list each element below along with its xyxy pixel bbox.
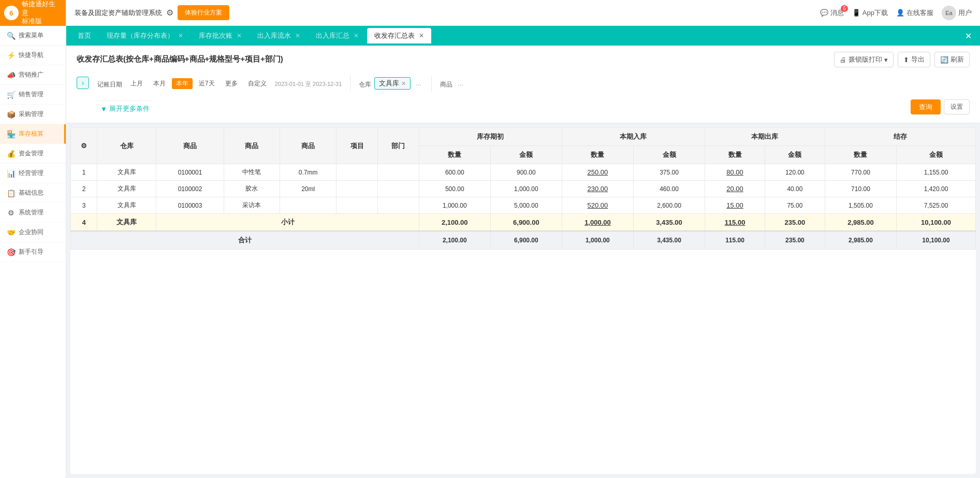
warehouse-tag-close-icon[interactable]: ✕ xyxy=(401,80,406,87)
sidebar-item-system[interactable]: ⚙ 系统管理 xyxy=(0,203,66,223)
sidebar-item-inventory[interactable]: 🏪 库存核算 xyxy=(0,124,66,144)
sidebar-item-basic[interactable]: 📋 基础信息 xyxy=(0,183,66,203)
online-service-button[interactable]: 👤 在线客服 xyxy=(896,8,933,18)
subtotal-in-qty[interactable]: 1,000.00 xyxy=(562,214,633,231)
tab-stock-summary-close[interactable]: ✕ xyxy=(354,32,359,39)
tab-bar-close-btn[interactable]: ✕ xyxy=(961,31,976,41)
sidebar-item-purchase[interactable]: 📦 采购管理 xyxy=(0,105,66,124)
warehouse-tag[interactable]: 文具库 ✕ xyxy=(374,77,411,90)
row-out-qty[interactable]: 20.00 xyxy=(705,181,765,197)
table-row: 1 文具库 0100001 中性笔 0.7mm 600.00 900.00 25… xyxy=(71,164,976,181)
row-in-qty[interactable]: 250.00 xyxy=(562,164,633,181)
row-closing-qty: 710.00 xyxy=(825,181,896,197)
export-button[interactable]: ⬆ 导出 xyxy=(898,52,930,67)
total-in-qty: 1,000.00 xyxy=(562,231,633,250)
query-button[interactable]: 查询 xyxy=(911,99,941,114)
row-project xyxy=(337,181,378,197)
date-options: 上月 本月 本年 近7天 更多 自定义 xyxy=(126,78,271,89)
row-out-amt: 120.00 xyxy=(765,164,825,181)
row-in-qty[interactable]: 230.00 xyxy=(562,181,633,197)
basic-icon: 📋 xyxy=(6,189,16,197)
expand-label: 展开更多条件 xyxy=(109,104,150,113)
tab-stock-flow-close[interactable]: ✕ xyxy=(295,32,300,39)
tab-batch-ledger-close[interactable]: ✕ xyxy=(237,32,242,39)
filter-section: 记账日期 上月 本月 本年 近7天 更多 自定义 2023-01-01 至 20… xyxy=(97,76,970,117)
tab-home[interactable]: 首页 xyxy=(70,28,98,44)
col-opening-amt-header: 金额 xyxy=(490,146,562,164)
date-option-this-year[interactable]: 本年 xyxy=(172,78,193,89)
settings-gear-icon[interactable]: ⚙ xyxy=(166,8,173,18)
sidebar-item-quick-nav[interactable]: ⚡ 快捷导航 xyxy=(0,46,66,65)
row-product-code: 0100001 xyxy=(156,164,224,181)
tab-stock-dist[interactable]: 现存量（库存分布表） ✕ xyxy=(99,28,191,44)
product-more-btn[interactable]: ... xyxy=(456,79,465,88)
col-settings-header[interactable]: ⚙ xyxy=(71,128,97,164)
row-in-qty[interactable]: 520.00 xyxy=(562,197,633,214)
row-out-qty[interactable]: 80.00 xyxy=(705,164,765,181)
product-label: 商品 xyxy=(440,80,452,89)
table-settings-icon[interactable]: ⚙ xyxy=(81,142,87,150)
tab-recv-send-label: 收发存汇总表 xyxy=(374,31,415,40)
sidebar-item-guide[interactable]: 🎯 新手引导 xyxy=(0,242,66,262)
row-closing-qty: 1,505.00 xyxy=(825,197,896,214)
purchase-icon: 📦 xyxy=(6,110,16,119)
sidebar-item-enterprise[interactable]: 🤝 企业协同 xyxy=(0,223,66,242)
date-option-this-month[interactable]: 本月 xyxy=(149,78,170,89)
tab-batch-ledger[interactable]: 库存批次账 ✕ xyxy=(192,28,249,44)
tab-stock-flow[interactable]: 出入库流水 ✕ xyxy=(250,28,308,44)
tab-home-label: 首页 xyxy=(78,31,91,40)
row-product-name: 胶水 xyxy=(224,181,280,197)
date-option-more[interactable]: 更多 xyxy=(221,78,242,89)
message-badge: 6 xyxy=(841,5,848,12)
app-download-button[interactable]: 📱 App下载 xyxy=(852,8,888,18)
subtotal-opening-amt: 6,900.00 xyxy=(490,214,562,231)
sidebar-item-search[interactable]: 🔍 搜索菜单 xyxy=(0,26,66,46)
row-out-qty[interactable]: 15.00 xyxy=(705,197,765,214)
settings-button[interactable]: 设置 xyxy=(944,99,970,114)
sidebar-item-sales[interactable]: 🛒 销售管理 xyxy=(0,85,66,105)
col-in-qty-header: 数量 xyxy=(562,146,633,164)
date-option-7days[interactable]: 近7天 xyxy=(195,78,219,89)
row-project xyxy=(337,164,378,181)
subtotal-out-qty[interactable]: 115.00 xyxy=(705,214,765,231)
col-out-group-header: 本期出库 xyxy=(705,128,825,146)
subtotal-out-amt: 235.00 xyxy=(765,214,825,231)
trial-button[interactable]: 体验行业方案 xyxy=(178,5,229,20)
message-button[interactable]: 💬 消息 6 xyxy=(820,8,844,18)
top-header: 装备及固定资产辅助管理系统 ⚙ 体验行业方案 💬 消息 6 📱 App下载 👤 … xyxy=(66,0,980,26)
row-department xyxy=(378,164,419,181)
expand-conditions-btn[interactable]: ▼ 展开更多条件 xyxy=(97,100,153,117)
date-option-last-month[interactable]: 上月 xyxy=(126,78,147,89)
online-service-label: 在线客服 xyxy=(906,8,933,18)
filter-toggle-button[interactable]: › xyxy=(77,77,89,89)
row-product-code: 0100002 xyxy=(156,181,224,197)
warehouse-tag-value: 文具库 xyxy=(379,79,399,88)
quick-nav-icon: ⚡ xyxy=(6,51,16,60)
sidebar-item-label: 营销推广 xyxy=(19,70,43,79)
tab-bar: 首页 现存量（库存分布表） ✕ 库存批次账 ✕ 出入库流水 ✕ 出入库汇总 ✕ … xyxy=(66,26,980,46)
app-icon: 📱 xyxy=(852,9,860,17)
sidebar-item-label: 新手引导 xyxy=(19,248,43,256)
sidebar-item-marketing[interactable]: 📣 营销推广 xyxy=(0,65,66,85)
tab-stock-dist-close[interactable]: ✕ xyxy=(178,32,183,39)
warehouse-more-btn[interactable]: ... xyxy=(414,79,423,88)
print-icon: 🖨 xyxy=(840,56,846,64)
sidebar-item-business[interactable]: 📊 经营管理 xyxy=(0,164,66,183)
marketing-icon: 📣 xyxy=(6,71,16,79)
sidebar-item-label: 资金管理 xyxy=(19,149,43,158)
print-button[interactable]: 🖨 拨锁版打印 ▾ xyxy=(834,52,894,67)
tab-stock-summary[interactable]: 出入库汇总 ✕ xyxy=(309,28,366,44)
user-menu[interactable]: Ea 用户 xyxy=(942,6,972,20)
refresh-button[interactable]: 🔄 刷新 xyxy=(934,52,970,67)
col-closing-qty-header: 数量 xyxy=(825,146,896,164)
subtotal-closing-amt: 10,100.00 xyxy=(897,214,976,231)
table-row: 3 文具库 0100003 采访本 1,000.00 5,000.00 520.… xyxy=(71,197,976,214)
date-option-custom[interactable]: 自定义 xyxy=(244,78,271,89)
sidebar-item-label: 企业协同 xyxy=(19,228,43,237)
sidebar-item-label: 基础信息 xyxy=(19,189,43,197)
sidebar-item-finance[interactable]: 💰 资金管理 xyxy=(0,144,66,164)
tab-recv-send-close[interactable]: ✕ xyxy=(419,32,424,39)
table-footer: 合计 2,100.00 6,900.00 1,000.00 3,435.00 1… xyxy=(71,231,976,250)
filter-separator xyxy=(350,76,350,91)
tab-recv-send-summary[interactable]: 收发存汇总表 ✕ xyxy=(367,28,431,44)
